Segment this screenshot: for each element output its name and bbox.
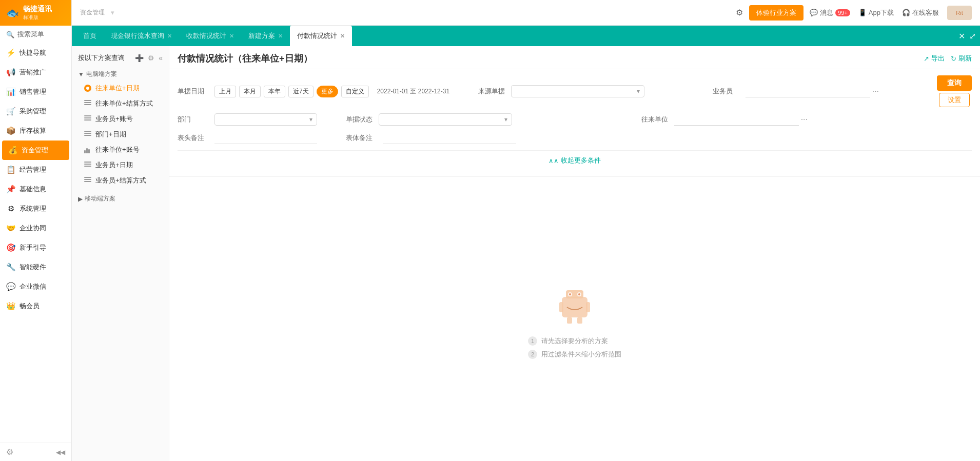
scheme-item-staff-date[interactable]: 业务员+日期 <box>72 157 169 173</box>
sidebar-item-operations[interactable]: 📋 经营管理 <box>0 160 71 179</box>
table-header-notes-input[interactable] <box>214 132 317 144</box>
scheme-radio-icon <box>84 85 91 92</box>
desktop-scheme-title[interactable]: ▼ 电脑端方案 <box>72 68 169 81</box>
tab-home-label: 首页 <box>83 31 96 41</box>
inventory-icon: 📦 <box>6 126 15 135</box>
sidebar-item-label: 经营管理 <box>19 165 46 174</box>
tab-bank-label: 现金银行流水查询 <box>111 31 164 41</box>
version-text: 标准版 <box>23 14 52 21</box>
topbar-settings-icon[interactable]: ⚙ <box>736 8 743 17</box>
sidebar-item-collab[interactable]: 🤝 企业协同 <box>0 218 71 238</box>
sidebar-item-sales[interactable]: 📊 销售管理 <box>0 82 71 102</box>
scheme-item-dept-date[interactable]: 部门+日期 <box>72 127 169 142</box>
counterpart-input[interactable] <box>674 113 799 126</box>
svg-point-4 <box>569 293 571 295</box>
sidebar-item-finance[interactable]: 💰 资金管理 <box>2 141 69 160</box>
refresh-label: 刷新 <box>958 54 972 63</box>
message-label: 消息 <box>820 8 833 17</box>
tab-bank-close-icon[interactable]: ✕ <box>167 33 172 39</box>
tab-expand-icon[interactable]: ⤢ <box>969 31 976 41</box>
sidebar-item-basic[interactable]: 📌 基础信息 <box>0 179 71 199</box>
svg-rect-9 <box>577 317 582 324</box>
empty-robot-illustration <box>549 279 600 330</box>
empty-tip-1-text: 请先选择要分析的方案 <box>541 336 608 346</box>
add-scheme-icon[interactable]: ➕ <box>135 54 144 62</box>
scheme-table-icon <box>84 100 91 107</box>
sidebar-item-hardware[interactable]: 🔧 智能硬件 <box>0 257 71 277</box>
department-select[interactable]: ▾ <box>214 113 317 126</box>
date-btn-7days[interactable]: 近7天 <box>288 86 313 97</box>
voucher-status-select[interactable]: ▾ <box>379 113 512 126</box>
export-button[interactable]: ↗ 导出 <box>924 54 945 63</box>
tab-receivable-close-icon[interactable]: ✕ <box>229 33 234 39</box>
date-btn-this-year[interactable]: 本年 <box>264 86 285 97</box>
tab-payment-stats-close-icon[interactable]: ✕ <box>340 33 345 39</box>
topbar: 资金管理 ▾ ⚙ 体验行业方案 💬 消息 99+ 📱 App下载 🎧 在线客服 <box>72 0 980 26</box>
tab-new-scheme-label: 新建方案 <box>248 31 275 41</box>
date-btn-custom[interactable]: 自定义 <box>341 86 369 97</box>
tab-payment-stats[interactable]: 付款情况统计 ✕ <box>290 26 352 46</box>
system-icon: ⚙ <box>6 204 15 213</box>
date-btn-last-month[interactable]: 上月 <box>214 86 236 97</box>
app-download-action[interactable]: 📱 App下载 <box>858 8 894 17</box>
avatar[interactable]: Rit <box>947 6 972 20</box>
sidebar-item-label: 畅会员 <box>19 302 40 311</box>
scheme-item-unit-account[interactable]: 往来单位+账号 <box>72 142 169 157</box>
sidebar-item-guide[interactable]: 🎯 新手引导 <box>0 238 71 257</box>
salesperson-dots-icon[interactable]: ··· <box>872 87 879 96</box>
salesperson-input[interactable] <box>746 85 870 97</box>
sidebar-item-marketing[interactable]: 📢 营销推广 <box>0 63 71 82</box>
scheme-item-staff-account[interactable]: 业务员+账号 <box>72 111 169 127</box>
scheme-table-icon5 <box>84 177 91 184</box>
empty-state: 1 请先选择要分析的方案 2 用过滤条件来缩小分析范围 <box>169 177 980 461</box>
message-action[interactable]: 💬 消息 99+ <box>810 8 850 17</box>
scheme-item-unit-settle[interactable]: 往来单位+结算方式 <box>72 96 169 111</box>
sidebar-item-label: 营销推广 <box>19 68 46 77</box>
scheme-settings-icon[interactable]: ⚙ <box>148 54 154 62</box>
tab-new-scheme-close-icon[interactable]: ✕ <box>278 33 283 39</box>
mobile-scheme-title[interactable]: ▶ 移动端方案 <box>72 192 169 205</box>
footer-collapse-icon[interactable]: ◀◀ <box>56 449 65 456</box>
collapse-more-bar: ∧∧ 收起更多条件 <box>178 150 972 170</box>
footer-settings-icon[interactable]: ⚙ <box>6 447 13 457</box>
sidebar-item-quick-nav[interactable]: ⚡ 快捷导航 <box>0 43 71 63</box>
scheme-item-unit-date[interactable]: 往来单位+日期 <box>72 81 169 96</box>
search-icon: 🔍 <box>6 31 14 38</box>
tab-close-all-icon[interactable]: ✕ <box>958 31 965 41</box>
collapse-panel-icon[interactable]: « <box>159 54 163 62</box>
source-voucher-select[interactable]: ▾ <box>511 85 644 97</box>
sidebar-item-system[interactable]: ⚙ 系统管理 <box>0 199 71 218</box>
page-title: 付款情况统计（往来单位+日期） <box>178 52 312 65</box>
logo-text: 畅捷通讯 <box>23 5 52 14</box>
sidebar-item-label: 企业微信 <box>19 282 46 291</box>
settings-button[interactable]: 设置 <box>939 93 970 107</box>
table-body-notes-input[interactable] <box>383 132 516 144</box>
scheme-item-staff-settle[interactable]: 业务员+结算方式 <box>72 173 169 188</box>
date-btn-this-month[interactable]: 本月 <box>239 86 261 97</box>
sidebar-item-member[interactable]: 👑 畅会员 <box>0 296 71 316</box>
main-content: 资金管理 ▾ ⚙ 体验行业方案 💬 消息 99+ 📱 App下载 🎧 在线客服 <box>72 0 980 461</box>
sidebar-item-wechat[interactable]: 💬 企业微信 <box>0 277 71 296</box>
sales-icon: 📊 <box>6 87 15 96</box>
scheme-table-icon2 <box>84 115 91 123</box>
content-area: 按以下方案查询 ➕ ⚙ « ▼ 电脑端方案 <box>72 46 980 461</box>
date-btn-more[interactable]: 更多 <box>317 86 338 97</box>
query-button[interactable]: 查询 <box>937 75 972 91</box>
tab-receivable[interactable]: 收款情况统计 ✕ <box>179 26 241 46</box>
counterpart-dots-icon[interactable]: ··· <box>801 115 808 124</box>
collapse-more-button[interactable]: ∧∧ 收起更多条件 <box>546 154 603 167</box>
tab-bank[interactable]: 现金银行流水查询 ✕ <box>104 26 179 46</box>
online-service-action[interactable]: 🎧 在线客服 <box>902 8 939 17</box>
empty-tip-1: 1 请先选择要分析的方案 <box>528 336 621 346</box>
sidebar-item-purchase[interactable]: 🛒 采购管理 <box>0 102 71 121</box>
tab-new-scheme[interactable]: 新建方案 ✕ <box>241 26 290 46</box>
svg-rect-7 <box>586 302 590 312</box>
refresh-button[interactable]: ↻ 刷新 <box>951 54 972 63</box>
scheme-item-label: 往来单位+日期 <box>95 84 140 93</box>
empty-tip-2: 2 用过滤条件来缩小分析范围 <box>528 350 621 359</box>
query-col: 查询 设置 <box>937 75 972 107</box>
sidebar-item-inventory[interactable]: 📦 库存核算 <box>0 121 71 141</box>
search-menu[interactable]: 🔍 搜索菜单 <box>0 26 71 43</box>
trial-button[interactable]: 体验行业方案 <box>749 5 803 21</box>
tab-home[interactable]: 首页 <box>76 26 104 46</box>
